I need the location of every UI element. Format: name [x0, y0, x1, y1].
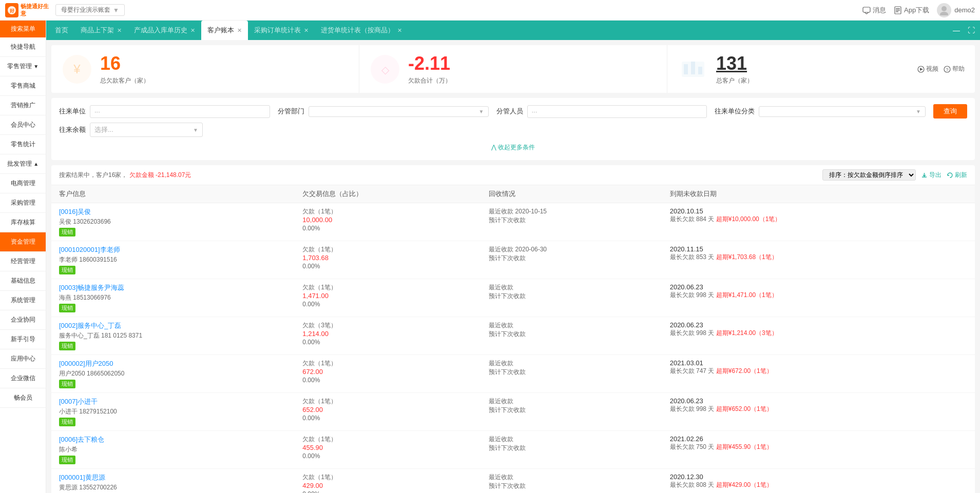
next-collection-4: 预计下次收款	[489, 368, 654, 377]
customer-name-1[interactable]: [0001020001]李老师	[59, 245, 287, 254]
message-btn[interactable]: 消息	[862, 6, 886, 15]
tabs-end: — ⛶	[950, 25, 977, 35]
filter-dept: 分管部门 ▼	[278, 106, 489, 117]
app-subtitle[interactable]: 母婴行业演示账套 ▼	[55, 4, 125, 16]
logo-area: 好 畅捷通好生意	[5, 3, 51, 17]
sidebar-item-apps[interactable]: 应用中心	[0, 349, 46, 369]
tab-close-prod-history[interactable]: ✕	[190, 27, 195, 34]
app-download-btn[interactable]: App下载	[894, 6, 929, 15]
overdue-link-3[interactable]: 超期¥1,214.00（3笔）	[716, 329, 778, 337]
debt-amount-label: 欠款合计（万）	[408, 76, 451, 85]
overdue-link-4[interactable]: 超期¥672.00（1笔）	[716, 367, 773, 374]
collapse-btn[interactable]: ⋀ 收起更多条件	[59, 141, 967, 154]
customer-name-4[interactable]: [000002]用户2050	[59, 359, 287, 368]
stat-card-debt-customers: ¥ 16 总欠款客户（家）	[51, 45, 359, 93]
sidebar-item-quick-nav[interactable]: 快捷导航	[0, 37, 46, 57]
sidebar-item-finance[interactable]: 资金管理	[0, 232, 46, 252]
refresh-icon	[947, 172, 953, 179]
customer-phone-2: 海燕 18513066976	[59, 293, 287, 302]
unit-type-input[interactable]: ▼	[759, 106, 926, 117]
cell-debt-2: 欠款（1笔） 1,471.00 0.00%	[295, 279, 481, 317]
page-content: ¥ 16 总欠款客户（家） ◇ -2.11 欠款合计（万）	[46, 40, 980, 493]
user-profile[interactable]: demo2	[937, 3, 975, 17]
customer-name-3[interactable]: [0002]服务中心_丁磊	[59, 321, 287, 330]
tab-expand-btn[interactable]: ⛶	[965, 25, 977, 35]
cell-due-3: 2020.06.23 最长欠款 998 天 超期¥1,214.00（3笔）	[662, 317, 975, 355]
last-collection-3: 最近收款	[489, 321, 654, 330]
debt-amount-2: 1,471.00	[302, 292, 473, 300]
cell-due-2: 2020.06.23 最长欠款 998 天 超期¥1,471.00（1笔）	[662, 279, 975, 317]
sidebar-item-enterprise[interactable]: 企业协同	[0, 310, 46, 330]
view-video-btn[interactable]: 视频	[917, 65, 938, 73]
debt-count-3: 欠款（3笔）	[302, 321, 473, 330]
overdue-link-1[interactable]: 超期¥1,703.68（1笔）	[716, 253, 778, 261]
source-unit-input[interactable]: ···	[90, 105, 270, 118]
tab-close-product-off[interactable]: ✕	[117, 27, 122, 34]
sidebar-item-system[interactable]: 系统管理	[0, 291, 46, 310]
tab-inventory-stats[interactable]: 进货单统计表（按商品） ✕	[315, 21, 408, 40]
overdue-link-7[interactable]: 超期¥429.00（1笔）	[716, 481, 773, 488]
tab-close-inventory-stats[interactable]: ✕	[397, 27, 402, 34]
cell-due-0: 2020.10.15 最长欠款 884 天 超期¥10,000.00（1笔）	[662, 203, 975, 241]
dept-input[interactable]: ▼	[309, 106, 489, 117]
export-btn[interactable]: 导出	[921, 171, 941, 180]
manager-dots: ···	[532, 108, 537, 115]
sidebar-item-ecommerce[interactable]: 电商管理	[0, 174, 46, 193]
sidebar-item-marketing[interactable]: 营销推广	[0, 96, 46, 115]
sidebar-item-newbie[interactable]: 新手引导	[0, 330, 46, 349]
stat-card-amount-info: -2.11 欠款合计（万）	[408, 53, 451, 85]
filter-balance: 往来余额 选择... ▼	[59, 123, 203, 137]
due-date-3: 2020.06.23	[670, 321, 967, 329]
customer-name-5[interactable]: [0007]小进干	[59, 397, 287, 406]
overdue-link-6[interactable]: 超期¥455.90（1笔）	[716, 443, 773, 450]
debt-customers-label: 总欠款客户（家）	[100, 76, 149, 85]
overdue-days-2: 最长欠款 998 天 超期¥1,471.00（1笔）	[670, 291, 967, 300]
debt-count-2: 欠款（1笔）	[302, 283, 473, 292]
main-layout: 搜索菜单 快捷导航 零售管理 零售商城 营销推广 会员中心 零售统计 批发管理	[0, 21, 980, 493]
overdue-link-5[interactable]: 超期¥652.00（1笔）	[716, 405, 773, 412]
cell-debt-3: 欠款（3笔） 1,214.00 0.00%	[295, 317, 481, 355]
col-debt-info: 欠交易信息（占比）	[295, 185, 481, 203]
sidebar-item-wechat[interactable]: 企业微信	[0, 369, 46, 388]
manager-input[interactable]: ···	[527, 105, 707, 118]
customer-name-6[interactable]: [0006]去下粮仓	[59, 435, 287, 444]
sidebar-item-operations[interactable]: 经营管理	[0, 252, 46, 271]
overdue-link-2[interactable]: 超期¥1,471.00（1笔）	[716, 291, 778, 299]
debt-count-1: 欠款（1笔）	[302, 245, 473, 254]
tab-home[interactable]: 首页	[49, 21, 74, 40]
overdue-days-6: 最长欠款 750 天 超期¥455.90（1笔）	[670, 443, 967, 451]
sidebar-search[interactable]: 搜索菜单	[0, 21, 46, 37]
brand-icon: 好	[7, 6, 16, 15]
customer-name-7[interactable]: [000001]黄思源	[59, 473, 287, 482]
cell-due-5: 2020.06.23 最长欠款 998 天 超期¥652.00（1笔）	[662, 393, 975, 431]
balance-input[interactable]: 选择... ▼	[90, 123, 203, 137]
tab-product-off[interactable]: 商品上下架 ✕	[74, 21, 128, 40]
sidebar-item-retail-stats[interactable]: 零售统计	[0, 135, 46, 154]
customer-name-2[interactable]: [0003]畅捷服务尹海蕊	[59, 283, 287, 292]
refresh-btn[interactable]: 刷新	[947, 171, 967, 180]
tab-close-customer-account[interactable]: ✕	[237, 27, 242, 34]
tab-minimize-btn[interactable]: —	[950, 25, 963, 35]
tab-prod-history[interactable]: 产成品入库单历史 ✕	[128, 21, 201, 40]
help-btn[interactable]: ? 帮助	[944, 65, 965, 73]
tab-customer-account[interactable]: 客户账本 ✕	[201, 21, 248, 40]
sidebar-item-retail-mgmt[interactable]: 零售管理	[0, 57, 46, 76]
svg-rect-6	[896, 11, 898, 12]
sidebar-item-wholesale[interactable]: 批发管理	[0, 154, 46, 174]
sidebar-item-basic-info[interactable]: 基础信息	[0, 271, 46, 291]
sort-select[interactable]: 排序：按欠款金额倒序排序	[822, 169, 916, 181]
overdue-link-0[interactable]: 超期¥10,000.00（1笔）	[716, 215, 781, 223]
table-row: [000001]黄思源 黄思源 13552700226 现销 欠款（1笔） 42…	[51, 469, 975, 494]
sidebar-item-inventory[interactable]: 库存核算	[0, 213, 46, 232]
customer-name-0[interactable]: [0016]吴俊	[59, 207, 287, 216]
tab-close-purchase-order[interactable]: ✕	[304, 27, 309, 34]
tab-purchase-order[interactable]: 采购订单统计表 ✕	[248, 21, 315, 40]
sidebar-item-retail-mall[interactable]: 零售商城	[0, 76, 46, 96]
sidebar-item-member2[interactable]: 畅会员	[0, 388, 46, 408]
total-customers-label: 总客户（家）	[716, 76, 753, 85]
sidebar-item-member[interactable]: 会员中心	[0, 115, 46, 135]
filter-unit-type: 往来单位分类 ▼	[715, 106, 926, 117]
table-row: [0001020001]李老师 李老师 18600391516 现销 欠款（1笔…	[51, 241, 975, 279]
sidebar-item-purchase[interactable]: 采购管理	[0, 193, 46, 213]
search-button[interactable]: 查询	[933, 104, 967, 119]
